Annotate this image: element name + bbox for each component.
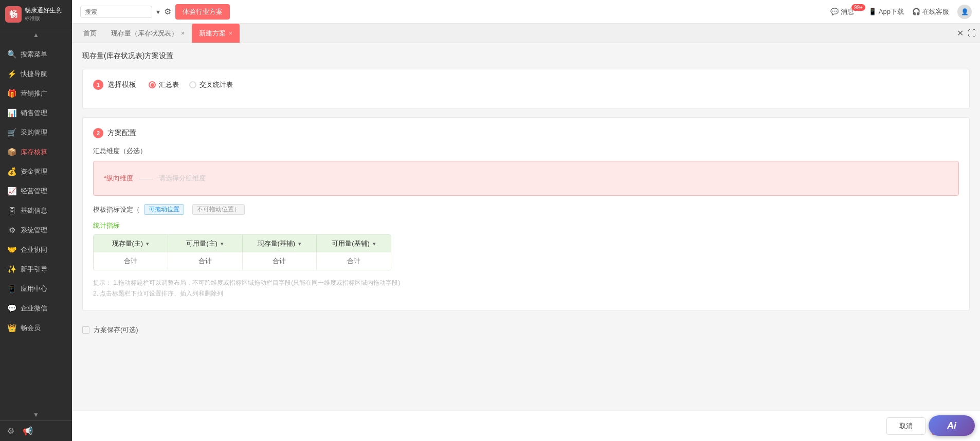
sidebar-item-enterprise-wechat[interactable]: 💬 企业微信: [0, 299, 72, 318]
stats-header-label-1: 可用量(主): [186, 239, 217, 248]
sidebar-item-purchase[interactable]: 🛒 采购管理: [0, 123, 72, 142]
topbar-service[interactable]: 🎧 在线客服: [912, 7, 949, 16]
topbar-left: ▾ ⚙ 体验行业方案: [80, 4, 824, 20]
settings-icon[interactable]: ⚙: [7, 426, 14, 436]
sidebar-item-management[interactable]: 📈 经营管理: [0, 181, 72, 201]
stats-cell-2: 合计: [243, 252, 317, 270]
sidebar-item-label: 搜索菜单: [21, 50, 47, 59]
radio-group: 汇总表 交叉统计表: [149, 80, 233, 89]
search-icon: 🔍: [7, 50, 16, 59]
sidebar-item-marketing[interactable]: 🎁 营销推广: [0, 84, 72, 103]
service-icon: 🎧: [912, 8, 920, 15]
stats-header-label-2: 现存量(基辅): [258, 239, 296, 248]
sidebar-item-label: 新手引导: [21, 265, 47, 274]
chevron-icon-1: ▾: [221, 241, 224, 247]
tab-home[interactable]: 首页: [76, 24, 104, 43]
stats-header-cell-2[interactable]: 现存量(基辅) ▾: [243, 235, 317, 252]
sidebar-item-newuser[interactable]: ✨ 新手引导: [0, 260, 72, 279]
tab-new-plan-label: 新建方案: [199, 29, 226, 38]
radio-summary-label: 汇总表: [159, 80, 179, 89]
dimension-required-label: *纵向维度: [104, 174, 133, 183]
sidebar-item-search[interactable]: 🔍 搜索菜单: [0, 45, 72, 64]
sidebar-item-label: 快捷导航: [21, 69, 47, 79]
stats-table: 现存量(主) ▾ 可用量(主) ▾ 现存量(基辅) ▾ 可用量(基辅): [93, 234, 391, 270]
sidebar-item-member[interactable]: 👑 畅会员: [0, 318, 72, 338]
stats-header-cell-1[interactable]: 可用量(主) ▾: [168, 235, 243, 252]
topbar-gear-icon[interactable]: ⚙: [164, 7, 171, 16]
stats-header-cell-3[interactable]: 可用量(基辅) ▾: [317, 235, 391, 252]
tab-minimize-btn[interactable]: ✕: [957, 28, 964, 38]
step1-header: 1 选择模板 汇总表 交叉统计表: [93, 80, 959, 90]
template-indicator-text: 模板指标设定（: [93, 205, 140, 214]
stats-cell-0: 合计: [94, 252, 168, 270]
sidebar: 畅 畅康通好生意 标准版 ▲ 🔍 搜索菜单 ⚡ 快捷导航 🎁 营销推广 📊 销售…: [0, 0, 72, 441]
stats-table-section: 统计指标 现存量(主) ▾ 可用量(主) ▾ 现存量(基辅): [93, 221, 959, 270]
base-info-icon: 🗄: [7, 206, 16, 215]
sidebar-item-label: 畅会员: [21, 323, 41, 333]
logo-icon: 畅: [5, 6, 22, 23]
topbar-dropdown-btn[interactable]: ▾: [156, 8, 160, 16]
sidebar-item-app-center[interactable]: 📱 应用中心: [0, 279, 72, 299]
radio-cross-table[interactable]: 交叉统计表: [189, 80, 233, 89]
app-label: App下载: [879, 7, 904, 16]
logo-subtitle: 标准版: [25, 15, 62, 22]
step1-badge: 1: [93, 80, 103, 90]
topbar: ▾ ⚙ 体验行业方案 💬 消息 99+ 📱 App下载 🎧 在线客服 👤: [72, 0, 980, 24]
sidebar-item-label: 采购管理: [21, 128, 47, 137]
step2-header: 2 方案配置: [93, 128, 959, 138]
tab-new-plan[interactable]: 新建方案 ×: [192, 24, 240, 43]
quicknav-icon: ⚡: [7, 69, 16, 79]
sidebar-item-finance[interactable]: 💰 资金管理: [0, 162, 72, 181]
sidebar-item-base-info[interactable]: 🗄 基础信息: [0, 201, 72, 220]
dimension-area[interactable]: *纵向维度 —— 请选择分组维度: [93, 161, 959, 196]
sidebar-nav: 🔍 搜索菜单 ⚡ 快捷导航 🎁 营销推广 📊 销售管理 🛒 采购管理 📦 库存核…: [0, 41, 72, 409]
sidebar-item-label: 系统管理: [21, 226, 47, 235]
system-icon: ⚙: [7, 226, 16, 235]
step2-section: 2 方案配置 汇总维度（必选） *纵向维度 —— 请选择分组维度 模板指标设定（…: [82, 117, 970, 311]
app-icon: 📱: [868, 8, 877, 15]
purchase-icon: 🛒: [7, 128, 16, 137]
sidebar-item-quicknav[interactable]: ⚡ 快捷导航: [0, 64, 72, 84]
scroll-up[interactable]: ▲: [0, 29, 72, 41]
sidebar-item-label: 营销推广: [21, 89, 47, 98]
content-area: 现存量(库存状况表)方案设置 1 选择模板 汇总表 交叉统计表: [72, 43, 980, 411]
tab-inventory-label: 现存量（库存状况表）: [111, 29, 178, 38]
avatar[interactable]: 👤: [957, 5, 972, 19]
sidebar-item-label: 经营管理: [21, 187, 47, 196]
tip-2: 2. 点击标题栏下拉可设置排序、插入列和删除列: [93, 289, 959, 298]
tab-inventory-status[interactable]: 现存量（库存状况表） ×: [104, 24, 192, 43]
sidebar-item-label: 库存核算: [21, 148, 47, 157]
topbar-app-download[interactable]: 📱 App下载: [868, 7, 904, 16]
fixed-badge: 不可拖动位置）: [192, 204, 245, 215]
tip-1: 提示： 1.拖动标题栏可以调整布局，不可跨维度或指标区域拖动栏目字段(只能在同一…: [93, 279, 959, 287]
save-checkbox[interactable]: [82, 326, 89, 334]
tab-inventory-close[interactable]: ×: [181, 30, 185, 37]
finance-icon: 💰: [7, 167, 16, 176]
radio-summary-table[interactable]: 汇总表: [149, 80, 179, 89]
sidebar-item-system[interactable]: ⚙ 系统管理: [0, 220, 72, 240]
ai-fab-button[interactable]: Ai: [929, 415, 975, 436]
sidebar-item-enterprise-collab[interactable]: 🤝 企业协同: [0, 240, 72, 260]
page-title: 现存量(库存状况表)方案设置: [82, 51, 970, 61]
avatar-icon: 👤: [961, 8, 969, 15]
topbar-message[interactable]: 💬 消息 99+: [830, 7, 860, 16]
topbar-search-input[interactable]: [80, 6, 152, 18]
tab-expand-btn[interactable]: ⛶: [968, 28, 976, 38]
chevron-icon-2: ▾: [298, 241, 301, 247]
dimension-divider: ——: [139, 175, 153, 182]
sidebar-item-sales[interactable]: 📊 销售管理: [0, 103, 72, 123]
tabs-actions: ✕ ⛶: [957, 28, 976, 38]
stats-section-title: 统计指标: [93, 221, 959, 230]
radio-cross-circle: [189, 81, 196, 88]
member-icon: 👑: [7, 323, 16, 333]
service-label: 在线客服: [922, 7, 949, 16]
draggable-badge: 可拖动位置: [144, 204, 184, 215]
cancel-button[interactable]: 取消: [886, 417, 925, 435]
scroll-down[interactable]: ▼: [0, 409, 72, 420]
speaker-icon[interactable]: 📢: [23, 426, 33, 436]
tab-new-plan-close[interactable]: ×: [229, 30, 232, 37]
stats-table-data-row: 合计 合计 合计 合计: [94, 252, 391, 270]
trial-button[interactable]: 体验行业方案: [175, 4, 230, 20]
sidebar-item-inventory[interactable]: 📦 库存核算: [0, 142, 72, 162]
stats-header-cell-0[interactable]: 现存量(主) ▾: [94, 235, 168, 252]
